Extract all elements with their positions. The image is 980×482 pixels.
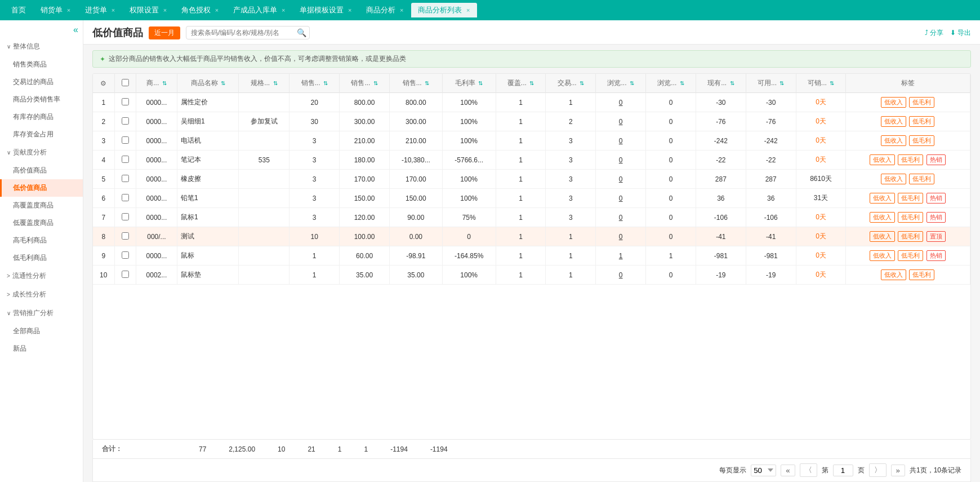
col-sales-qty[interactable]: 销售... ⇅ xyxy=(289,74,340,93)
pagination-page-input[interactable] xyxy=(833,465,853,476)
pagination-next[interactable]: 〉 xyxy=(869,463,887,477)
nav-template-close[interactable]: × xyxy=(348,7,351,14)
td-view1[interactable]: 0 xyxy=(596,189,646,208)
nav-roles-close[interactable]: × xyxy=(215,7,219,14)
td-check[interactable] xyxy=(114,208,136,227)
row-checkbox-4[interactable] xyxy=(122,175,129,182)
td-view1[interactable]: 0 xyxy=(596,131,646,151)
col-sales-amt[interactable]: 销售... ⇅ xyxy=(340,74,390,93)
row-checkbox-9[interactable] xyxy=(122,271,129,278)
col-spec[interactable]: 规格... ⇅ xyxy=(239,74,289,93)
sidebar-item-new-goods[interactable]: 新品 xyxy=(0,340,83,357)
share-btn[interactable]: ⤴ 分享 xyxy=(925,28,943,38)
col-sales-profit[interactable]: 销售... ⇅ xyxy=(389,74,442,93)
view1-link[interactable]: 0 xyxy=(619,99,623,107)
nav-home[interactable]: 首页 xyxy=(5,3,33,17)
view1-link[interactable]: 0 xyxy=(619,156,623,164)
sidebar-group-overall[interactable]: ∨ 整体信息 xyxy=(0,37,83,56)
td-check[interactable] xyxy=(114,112,136,131)
nav-roles[interactable]: 角色授权 × xyxy=(175,3,225,17)
view1-link[interactable]: 0 xyxy=(619,137,623,145)
pagination-first[interactable]: « xyxy=(781,465,795,476)
td-check[interactable] xyxy=(114,131,136,151)
nav-sales-close[interactable]: × xyxy=(67,7,70,14)
filter-recent-month[interactable]: 近一月 xyxy=(149,26,180,39)
search-icon[interactable]: 🔍 xyxy=(297,28,306,37)
col-view1[interactable]: 浏览... ⇅ xyxy=(596,74,646,93)
sidebar-item-sales-goods[interactable]: 销售类商品 xyxy=(0,56,83,73)
td-view1[interactable]: 0 xyxy=(596,227,646,246)
row-checkbox-7[interactable] xyxy=(122,232,129,240)
col-settings[interactable]: ⚙ xyxy=(93,74,114,93)
view1-link[interactable]: 0 xyxy=(619,214,623,222)
col-check[interactable] xyxy=(114,74,136,93)
td-view1[interactable]: 0 xyxy=(596,208,646,227)
sidebar-item-low-coverage[interactable]: 低覆盖度商品 xyxy=(0,214,83,232)
nav-perms[interactable]: 权限设置 × xyxy=(123,3,173,17)
sidebar-item-stock-goods[interactable]: 有库存的商品 xyxy=(0,108,83,126)
search-input[interactable] xyxy=(186,26,310,39)
view1-link[interactable]: 0 xyxy=(619,175,623,183)
row-checkbox-6[interactable] xyxy=(122,213,129,220)
col-name[interactable]: 商品名称 ⇅ xyxy=(177,74,239,93)
td-view1[interactable]: 0 xyxy=(596,112,646,131)
td-check[interactable] xyxy=(114,189,136,208)
nav-product-analysis-close[interactable]: × xyxy=(400,7,403,14)
sidebar-item-all-goods[interactable]: 全部商品 xyxy=(0,322,83,340)
nav-purchase-close[interactable]: × xyxy=(112,7,115,14)
sidebar-toggle[interactable]: « xyxy=(0,20,83,37)
td-check[interactable] xyxy=(114,227,136,246)
nav-sales[interactable]: 销货单 × xyxy=(34,3,77,17)
td-view1[interactable]: 0 xyxy=(596,151,646,170)
sidebar-item-high-margin[interactable]: 高毛利商品 xyxy=(0,232,83,249)
row-checkbox-5[interactable] xyxy=(122,194,129,201)
select-all-checkbox[interactable] xyxy=(122,79,129,86)
row-checkbox-1[interactable] xyxy=(122,117,129,125)
view1-link[interactable]: 0 xyxy=(619,194,623,202)
nav-template[interactable]: 单据模板设置 × xyxy=(293,3,358,17)
sidebar-group-marketing[interactable]: ∨ 营销推广分析 xyxy=(0,304,83,322)
sidebar-item-category-sales-rate[interactable]: 商品分类销售率 xyxy=(0,91,83,108)
export-btn[interactable]: ⬇ 导出 xyxy=(950,28,971,38)
col-salable-days[interactable]: 可销... ⇅ xyxy=(796,74,846,93)
td-view1[interactable]: 1 xyxy=(596,246,646,266)
col-current-stock[interactable]: 现有... ⇅ xyxy=(696,74,746,93)
sidebar-item-stock-capital[interactable]: 库存资金占用 xyxy=(0,126,83,143)
sidebar-group-flow[interactable]: > 流通性分析 xyxy=(0,267,83,285)
td-check[interactable] xyxy=(114,170,136,189)
td-view1[interactable]: 0 xyxy=(596,93,646,112)
sidebar-group-growth[interactable]: > 成长性分析 xyxy=(0,285,83,304)
td-check[interactable] xyxy=(114,151,136,170)
col-code[interactable]: 商... ⇅ xyxy=(136,74,177,93)
row-checkbox-0[interactable] xyxy=(122,98,129,105)
col-trade[interactable]: 交易... ⇅ xyxy=(546,74,596,93)
sidebar-item-low-value[interactable]: 低价值商品 xyxy=(0,179,83,197)
col-view2[interactable]: 浏览... ⇅ xyxy=(646,74,696,93)
sidebar-group-contribution[interactable]: ∨ 贡献度分析 xyxy=(0,143,83,162)
row-checkbox-3[interactable] xyxy=(122,156,129,163)
td-check[interactable] xyxy=(114,266,136,285)
pagination-prev[interactable]: 〈 xyxy=(800,463,817,477)
td-view1[interactable]: 0 xyxy=(596,170,646,189)
nav-purchase[interactable]: 进货单 × xyxy=(78,3,122,17)
pagination-last[interactable]: » xyxy=(891,465,905,476)
sidebar-item-high-value[interactable]: 高价值商品 xyxy=(0,162,83,179)
td-view1[interactable]: 0 xyxy=(596,266,646,285)
nav-product-analysis-list[interactable]: 商品分析列表 × xyxy=(411,3,476,17)
sidebar-item-traded-goods[interactable]: 交易过的商品 xyxy=(0,73,83,91)
col-margin[interactable]: 毛利率 ⇅ xyxy=(442,74,496,93)
col-avail-stock[interactable]: 可用... ⇅ xyxy=(746,74,796,93)
row-checkbox-8[interactable] xyxy=(122,251,129,259)
col-coverage[interactable]: 覆盖... ⇅ xyxy=(496,74,546,93)
nav-stock-in[interactable]: 产成品入库单 × xyxy=(226,3,292,17)
nav-product-analysis-list-close[interactable]: × xyxy=(466,7,470,14)
view1-link[interactable]: 1 xyxy=(619,252,623,260)
row-checkbox-2[interactable] xyxy=(122,136,129,144)
sidebar-item-low-margin[interactable]: 低毛利商品 xyxy=(0,249,83,267)
nav-product-analysis[interactable]: 商品分析 × xyxy=(359,3,410,17)
view1-link[interactable]: 0 xyxy=(619,233,623,241)
sidebar-item-high-coverage[interactable]: 高覆盖度商品 xyxy=(0,197,83,214)
td-check[interactable] xyxy=(114,93,136,112)
td-check[interactable] xyxy=(114,246,136,266)
view1-link[interactable]: 0 xyxy=(619,271,623,279)
